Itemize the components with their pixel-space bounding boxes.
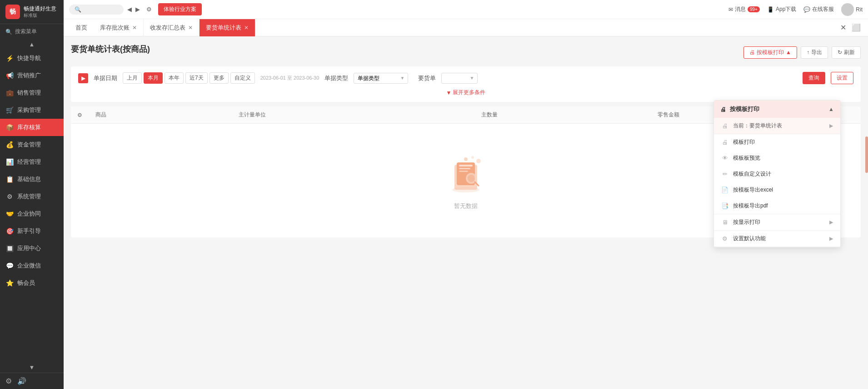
header-settings-icon[interactable]: ⚙	[144, 4, 155, 15]
expand-more-btn[interactable]: ▼ 展开更多条件	[446, 89, 486, 96]
header-nav-next[interactable]: ▶	[135, 6, 140, 13]
col-settings[interactable]: ⚙	[71, 106, 89, 124]
sidebar-item-quick-nav[interactable]: ⚡ 快捷导航	[0, 50, 64, 67]
page-header-actions: 🖨 按模板打印 ▲ ↑ 导出 ↻ 刷新	[743, 46, 861, 59]
default-setting-arrow: ▶	[829, 236, 833, 242]
cargo-type-select-wrapper: ▼	[441, 73, 478, 84]
sidebar-item-basic[interactable]: 📋 基础信息	[0, 171, 64, 188]
header-right: ✉ 消息 99+ 📱 App下载 💬 在线客服 Rit	[728, 3, 863, 16]
tabs-close-btn[interactable]: ✕	[838, 22, 848, 33]
current-template-arrow: ▶	[829, 123, 833, 129]
filter-section: ▶ 单据日期 上月 本月 本年 近7天 更多 自定义 2023-06-01 至 …	[71, 66, 861, 102]
tab-receipt-summary[interactable]: 收发存汇总表 ✕	[144, 19, 200, 36]
template-print-icon: 🖨	[721, 139, 728, 146]
wechat-icon: 💬	[5, 262, 14, 269]
basic-icon: 📋	[5, 176, 14, 183]
right-scrollbar[interactable]	[865, 136, 868, 173]
header-nav-prev[interactable]: ◀	[127, 6, 132, 13]
sidebar-item-marketing[interactable]: 📢 营销推广	[0, 67, 64, 84]
sidebar-item-finance[interactable]: 💰 资金管理	[0, 136, 64, 153]
tabs-right: ✕ ⬜	[838, 22, 863, 33]
footer-settings-icon[interactable]: ⚙	[5, 377, 12, 385]
dropdown-item-template-print[interactable]: 🖨 模板打印	[714, 134, 840, 150]
date-btn-this-year[interactable]: 本年	[165, 72, 184, 84]
settings-filter-btn[interactable]: 设置	[831, 72, 853, 84]
dropdown-item-template-design[interactable]: ✏ 模板自定义设计	[714, 166, 840, 182]
display-print-arrow: ▶	[829, 219, 833, 225]
date-btn-this-month[interactable]: 本月	[144, 72, 163, 84]
sidebar-item-purchase[interactable]: 🛒 采购管理	[0, 101, 64, 119]
tab-batch-account[interactable]: 库存批次账 ✕	[94, 19, 144, 36]
sidebar-footer: ⚙ 🔊	[0, 373, 64, 389]
export-btn[interactable]: ↑ 导出	[801, 46, 828, 59]
empty-text: 暂无数据	[454, 202, 478, 210]
footer-speaker-icon[interactable]: 🔊	[17, 377, 26, 385]
tab-close-order-stats[interactable]: ✕	[244, 25, 249, 31]
sidebar-item-sales[interactable]: 💼 销售管理	[0, 84, 64, 101]
business-icon: 📊	[5, 158, 14, 166]
dropdown-item-export-excel[interactable]: 📄 按模板导出excel	[714, 182, 840, 198]
print-dropdown: 🖨 按模板打印 ▲ 🖨 当前：要货单统计表 ▶ 🖨 模板打印 👁	[713, 100, 841, 248]
sidebar-item-wechat[interactable]: 💬 企业微信	[0, 257, 64, 274]
order-type-select[interactable]: 单据类型	[354, 73, 408, 84]
message-icon: ✉	[728, 6, 733, 13]
filter-row-1: ▶ 单据日期 上月 本月 本年 近7天 更多 自定义 2023-06-01 至 …	[78, 72, 853, 84]
tabs-bar: 首页 库存批次账 ✕ 收发存汇总表 ✕ 要货单统计表 ✕ ✕ ⬜	[64, 19, 868, 36]
dropdown-item-export-pdf[interactable]: 📑 按模板导出pdf	[714, 198, 840, 214]
user-avatar-area[interactable]: Rit	[841, 3, 863, 16]
sidebar-item-app-center[interactable]: 🔲 应用中心	[0, 240, 64, 257]
tab-order-stats[interactable]: 要货单统计表 ✕	[200, 19, 255, 36]
cargo-type-select[interactable]	[441, 73, 478, 84]
dropdown-settings-section: ⚙ 设置默认功能 ▶	[714, 231, 840, 247]
page-title: 要货单统计表(按商品)	[71, 44, 150, 55]
quick-nav-icon: ⚡	[5, 55, 14, 62]
print-template-btn[interactable]: 🖨 按模板打印 ▲	[743, 46, 797, 59]
tab-close-receipt-summary[interactable]: ✕	[188, 25, 193, 31]
sidebar-search[interactable]: 🔍 搜索菜单	[0, 24, 64, 39]
display-print-label: 按显示打印	[733, 218, 825, 226]
col-settings-icon: ⚙	[77, 112, 82, 118]
print-dropdown-collapse-btn[interactable]: ▲	[828, 106, 834, 112]
empty-icon	[443, 151, 489, 197]
date-btn-custom[interactable]: 自定义	[230, 72, 255, 84]
sidebar-item-member[interactable]: ⭐ 畅会员	[0, 274, 64, 292]
date-btn-7days[interactable]: 近7天	[185, 72, 208, 84]
filter-expand-toggle[interactable]: ▶	[78, 73, 88, 83]
marketing-icon: 📢	[5, 72, 14, 79]
date-btn-last-month[interactable]: 上月	[123, 72, 142, 84]
collab-icon: 🤝	[5, 210, 14, 217]
app-download-btn[interactable]: 📱 App下载	[767, 5, 796, 13]
online-service-btn[interactable]: 💬 在线客服	[803, 5, 834, 13]
col-goods: 商品	[89, 106, 232, 124]
sidebar-item-system[interactable]: ⚙ 系统管理	[0, 188, 64, 205]
tab-close-batch-account[interactable]: ✕	[132, 25, 137, 31]
trial-btn[interactable]: 体验行业方案	[158, 3, 202, 15]
query-btn[interactable]: 查询	[803, 72, 825, 84]
sidebar-item-business[interactable]: 📊 经营管理	[0, 153, 64, 171]
scroll-down-btn[interactable]: ▼	[0, 362, 64, 373]
dropdown-display-print[interactable]: 🖥 按显示打印 ▶	[714, 214, 840, 230]
print-dropdown-toggle-icon: ▲	[786, 49, 791, 56]
dropdown-current-template[interactable]: 🖨 当前：要货单统计表 ▶	[714, 118, 840, 134]
sidebar-item-collab[interactable]: 🤝 企业协同	[0, 205, 64, 222]
messages-btn[interactable]: ✉ 消息 99+	[728, 5, 760, 13]
scroll-up-btn[interactable]: ▲	[0, 39, 64, 50]
sidebar: 畅 畅捷通好生意 标准版 🔍 搜索菜单 ▲ ⚡ 快捷导航 📢 营销推广 💼 销售…	[0, 0, 64, 389]
avatar	[841, 3, 854, 16]
dropdown-item-template-preview[interactable]: 👁 模板板预览	[714, 150, 840, 166]
main-area: 🔍 ◀ ▶ ⚙ 体验行业方案 ✉ 消息 99+ 📱 App下载 💬 在线客服 R…	[64, 0, 868, 389]
sidebar-item-inventory[interactable]: 📦 库存核算	[0, 119, 64, 136]
dropdown-current-section: 🖨 当前：要货单统计表 ▶	[714, 118, 840, 134]
expand-more-row: ▼ 展开更多条件	[78, 89, 853, 96]
dropdown-default-setting[interactable]: ⚙ 设置默认功能 ▶	[714, 231, 840, 247]
header-search-bar[interactable]: 🔍	[69, 5, 124, 15]
tab-home[interactable]: 首页	[69, 19, 94, 36]
refresh-btn[interactable]: ↻ 刷新	[832, 46, 861, 59]
page-top-row: 要货单统计表(按商品) 🖨 按模板打印 ▲ ↑ 导出 ↻ 刷新	[71, 44, 861, 61]
date-btn-more[interactable]: 更多	[210, 72, 229, 84]
top-header: 🔍 ◀ ▶ ⚙ 体验行业方案 ✉ 消息 99+ 📱 App下载 💬 在线客服 R…	[64, 0, 868, 19]
tabs-maximize-btn[interactable]: ⬜	[850, 22, 863, 33]
svg-rect-4	[459, 168, 470, 169]
sidebar-item-guide[interactable]: 🎯 新手引导	[0, 222, 64, 240]
default-setting-label: 设置默认功能	[733, 235, 825, 242]
